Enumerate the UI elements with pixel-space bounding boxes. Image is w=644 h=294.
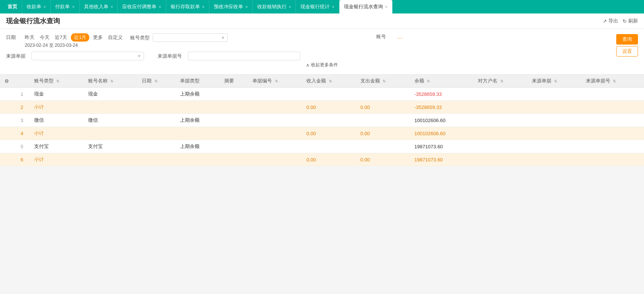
col-doc-type[interactable]: 单据类型 [176,75,221,88]
col-account-name[interactable]: 账号名称 ⇅ [84,75,138,88]
row-balance: 19871073.60 [411,140,474,153]
col-gear[interactable]: ⚙ [0,75,14,88]
row-summary [221,127,249,140]
row-balance: 100102606.60 [411,127,474,140]
row-counterparty [474,88,528,101]
nav-close-prepaid[interactable]: × [245,4,248,9]
col-expense[interactable]: 支出金额 ⇅ [357,75,411,88]
row-date [138,153,176,166]
nav-tab-collection[interactable]: 收款核销执行 × [253,0,296,13]
row-account-name: 支付宝 [84,140,138,153]
row-doc-type [176,101,221,114]
nav-tab-other-income[interactable]: 其他收入单 × [80,0,118,13]
col-account-type[interactable]: 账号类型 ⇅ [30,75,84,88]
row-gear-cell [0,153,14,166]
nav-tab-prepaid[interactable]: 预收冲应收单 × [209,0,252,13]
source-doc-label: 来源单据 [6,53,26,60]
row-num-cell: 6 [14,153,30,166]
source-doc-num-input[interactable] [188,52,300,60]
nav-close-bank-flow[interactable]: × [385,4,387,9]
col-summary[interactable]: 摘要 [221,75,249,88]
row-date [138,127,176,140]
col-income[interactable]: 收入金额 ⇅ [303,75,357,88]
data-table: ⚙ 账号类型 ⇅ 账号名称 ⇅ 日期 ⇅ 单据类型 摘要 [0,75,644,166]
row-doc-no [249,101,303,114]
collapse-label: 收起更多条件 [311,62,338,68]
date-opt-custom[interactable]: 自定义 [107,34,124,41]
sort-icon-counterparty: ⇅ [500,79,503,83]
row-income [303,114,357,127]
date-opt-7days[interactable]: 近7天 [53,34,69,41]
col-source-doc[interactable]: 来源单据 ⇅ [528,75,582,88]
account-type-block: 账号类型 ▾ [130,33,370,42]
row-source-doc [528,127,582,140]
row-source-doc [528,114,582,127]
table-row[interactable]: 6 小计 0.00 0.00 19871073.60 [0,153,644,166]
nav-close-bank-stats[interactable]: × [332,4,334,9]
table-row[interactable]: 3 微信 微信 上期余额 100102606.60 [0,114,644,127]
row-gear-cell [0,101,14,114]
col-source-doc-no[interactable]: 来源单据号 ⇅ [582,75,644,88]
nav-close-other-income[interactable]: × [111,4,113,9]
col-date[interactable]: 日期 ⇅ [138,75,176,88]
row-doc-type: 上期余额 [176,114,221,127]
nav-collection-label: 收款核销执行 [257,3,287,10]
date-opt-1month[interactable]: 近1月 [71,33,89,42]
row-source-doc [528,88,582,101]
row-doc-type [176,153,221,166]
nav-tab-payment[interactable]: 付款单 × [51,0,79,13]
table-body: 1 现金 现金 上期余额 -3528659.33 2 小计 0.00 0.00 … [0,88,644,166]
date-opt-more[interactable]: 更多 [92,34,104,41]
source-doc-select[interactable]: ▾ [32,52,144,60]
row-num-cell: 3 [14,114,30,127]
row-income [303,140,357,153]
nav-close-adjustment[interactable]: × [159,4,161,9]
nav-home-label: 首页 [8,3,17,10]
nav-prepaid-label: 预收冲应收单 [214,3,243,10]
account-block: 账号 ... [376,33,616,40]
row-doc-no [249,88,303,101]
date-opt-yesterday[interactable]: 昨天 [23,34,36,41]
nav-close-receipt[interactable]: × [44,4,46,9]
row-doc-no [249,127,303,140]
date-opt-today[interactable]: 今天 [38,34,51,41]
nav-tab-bank-deposit[interactable]: 银行存取款单 × [166,0,209,13]
row-income [303,88,357,101]
nav-close-bank-deposit[interactable]: × [202,4,204,9]
row-date [138,88,176,101]
col-balance[interactable]: 余额 ⇅ [411,75,474,88]
export-button[interactable]: ↗ 导出 [603,18,618,24]
table-row[interactable]: 4 小计 0.00 0.00 100102606.60 [0,127,644,140]
row-expense: 0.00 [357,101,411,114]
row-doc-type: 上期余额 [176,88,221,101]
nav-tab-adjustment[interactable]: 应收应付调整单 × [118,0,166,13]
nav-close-collection[interactable]: × [289,4,291,9]
refresh-button[interactable]: ↻ 刷新 [623,18,638,24]
row-date [138,114,176,127]
account-dots-button[interactable]: ... [397,33,402,40]
sort-icon-balance: ⇅ [427,79,430,83]
col-doc-no[interactable]: 单据编号 ⇅ [249,75,303,88]
query-button[interactable]: 查询 [616,34,638,45]
col-counterparty[interactable]: 对方户名 ⇅ [474,75,528,88]
nav-tab-bank-stats[interactable]: 现金银行统计 × [296,0,339,13]
nav-tab-receipt[interactable]: 收款单 × [22,0,51,13]
table-row[interactable]: 2 小计 0.00 0.00 -3528659.33 [0,101,644,114]
source-doc-chevron: ▾ [138,53,141,59]
row-account-type: 现金 [30,88,84,101]
table-row[interactable]: 5 支付宝 支付宝 上期余额 19871073.60 [0,140,644,153]
row-account-name: 现金 [84,88,138,101]
collapse-bar[interactable]: ∧ 收起更多条件 [6,60,638,70]
sort-icon-income: ⇅ [329,79,332,83]
settings-button[interactable]: 设置 [616,46,638,57]
nav-tab-bank-flow[interactable]: 现金银行流水查询 × [339,0,392,13]
account-type-select[interactable]: ▾ [153,33,228,42]
nav-adjustment-label: 应收应付调整单 [122,3,156,10]
table-row[interactable]: 1 现金 现金 上期余额 -3528659.33 [0,88,644,101]
nav-tab-home[interactable]: 首页 [3,0,22,13]
row-source-doc-no [582,88,644,101]
nav-close-payment[interactable]: × [72,4,74,9]
nav-payment-label: 付款单 [55,3,70,10]
sort-icon-doc-no: ⇅ [275,79,278,83]
row-date [138,140,176,153]
